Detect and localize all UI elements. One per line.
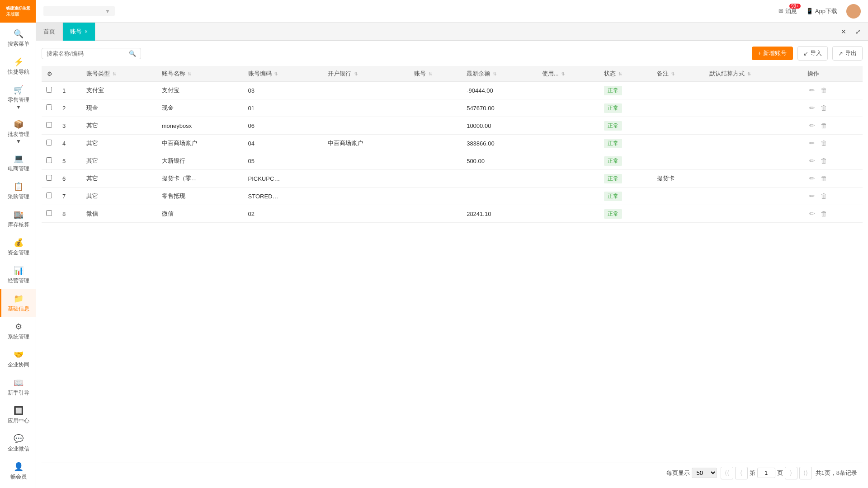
row-index: 8 (58, 205, 82, 223)
page-last-btn[interactable]: ⟩⟩ (799, 467, 812, 479)
edit-button[interactable]: ✏ (807, 174, 817, 183)
app-download-button[interactable]: 📱 App下载 (806, 7, 837, 15)
status-badge: 正常 (604, 156, 622, 166)
status-badge: 正常 (604, 86, 622, 95)
row-check[interactable] (46, 210, 52, 216)
row-checkbox[interactable] (42, 135, 58, 152)
delete-button[interactable]: 🗑 (819, 191, 829, 201)
edit-button[interactable]: ✏ (807, 191, 817, 201)
top-search-bar[interactable]: ▼ (43, 6, 115, 16)
app-logo: 畅捷通好生意 乐版版 (0, 0, 36, 23)
tab-close-action[interactable]: ✕ (837, 25, 850, 38)
top-header-right: ✉ 消息 99+ 📱 App下载 (778, 4, 861, 19)
page-next-btn[interactable]: ⟩ (785, 467, 797, 479)
col-status[interactable]: 状态 ⇅ (599, 66, 652, 82)
sidebar-item-quick-nav[interactable]: ⚡快捷导航 (0, 52, 36, 80)
sidebar-item-operation[interactable]: 📊经营管理 (0, 261, 36, 289)
pagination: 每页显示 50 100 200 ⟨⟨ ⟨ 第 页 ⟩ ⟩⟩ 共1页，8条记录 (42, 463, 863, 483)
sidebar-item-guide[interactable]: 📖新手引导 (0, 373, 36, 401)
message-button[interactable]: ✉ 消息 99+ (778, 7, 797, 15)
row-check[interactable] (46, 87, 52, 93)
row-checkbox[interactable] (42, 152, 58, 170)
sidebar-item-system[interactable]: ⚙系统管理 (0, 317, 36, 345)
tab-account-close[interactable]: × (85, 28, 88, 35)
row-note: 提货卡 (652, 170, 705, 188)
sidebar-item-app-center[interactable]: 🔲应用中心 (0, 401, 36, 429)
search-icon[interactable]: 🔍 (129, 50, 136, 57)
row-check[interactable] (46, 104, 52, 110)
col-type[interactable]: 账号类型 ⇅ (82, 66, 157, 82)
sidebar-item-wechat[interactable]: 💬企业微信 (0, 429, 36, 457)
edit-button[interactable]: ✏ (807, 121, 817, 131)
tab-account[interactable]: 账号 × (63, 23, 95, 41)
row-checkbox[interactable] (42, 99, 58, 117)
ecommerce-icon: 💻 (14, 154, 24, 164)
export-label: 导出 (845, 49, 857, 57)
delete-button[interactable]: 🗑 (819, 209, 829, 218)
col-account[interactable]: 账号 ⇅ (410, 66, 462, 82)
search-wrap[interactable]: 🔍 (42, 48, 141, 59)
row-check[interactable] (46, 140, 52, 145)
sidebar-item-retail[interactable]: 🛒零售管理▼ (0, 80, 36, 115)
col-settings[interactable]: ⚙ (42, 66, 58, 82)
col-note[interactable]: 备注 ⇅ (652, 66, 705, 82)
sidebar-item-agreement[interactable]: 🤝企业协同 (0, 345, 36, 373)
page-prev-btn[interactable]: ⟨ (735, 467, 748, 479)
sidebar-label-operation: 经营管理 (8, 277, 29, 285)
sidebar-item-purchase[interactable]: 📋采购管理 (0, 177, 36, 205)
sidebar-item-basic[interactable]: 📁基础信息 (0, 289, 36, 317)
tab-maximize-action[interactable]: ⤢ (852, 25, 864, 38)
edit-button[interactable]: ✏ (807, 138, 817, 148)
col-bank[interactable]: 开户银行 ⇅ (323, 66, 410, 82)
col-name[interactable]: 账号名称 ⇅ (157, 66, 244, 82)
col-usage[interactable]: 使用... ⇅ (538, 66, 599, 82)
user-avatar[interactable] (846, 4, 861, 19)
delete-button[interactable]: 🗑 (819, 103, 829, 113)
sidebar-item-inventory[interactable]: 🏬库存核算 (0, 205, 36, 233)
page-first-btn[interactable]: ⟨⟨ (721, 467, 733, 479)
delete-button[interactable]: 🗑 (819, 85, 829, 95)
row-checkbox[interactable] (42, 117, 58, 135)
delete-button[interactable]: 🗑 (819, 174, 829, 183)
edit-button[interactable]: ✏ (807, 103, 817, 113)
row-checkbox[interactable] (42, 170, 58, 188)
col-code[interactable]: 账号编码 ⇅ (244, 66, 324, 82)
row-check[interactable] (46, 157, 52, 163)
row-checkbox[interactable] (42, 82, 58, 99)
row-code: PICKUPC… (244, 170, 324, 188)
edit-button[interactable]: ✏ (807, 209, 817, 219)
edit-button[interactable]: ✏ (807, 85, 817, 95)
search-input[interactable] (47, 50, 126, 57)
row-note (652, 135, 705, 152)
row-note (652, 188, 705, 205)
top-search-input[interactable] (48, 8, 102, 14)
export-button[interactable]: ↗ 导出 (832, 46, 863, 61)
row-name: 提货卡（零… (157, 170, 244, 188)
row-checkbox[interactable] (42, 205, 58, 223)
tab-home[interactable]: 首页 (36, 23, 63, 41)
delete-button[interactable]: 🗑 (819, 138, 829, 148)
sidebar-item-ecommerce[interactable]: 💻电商管理 (0, 149, 36, 177)
top-search-chevron[interactable]: ▼ (105, 8, 110, 14)
col-settlement[interactable]: 默认结算方式 ⇅ (705, 66, 803, 82)
row-checkbox[interactable] (42, 188, 58, 205)
row-check[interactable] (46, 122, 52, 128)
delete-button[interactable]: 🗑 (819, 121, 829, 130)
sidebar-item-member[interactable]: 👤畅会员 (0, 457, 36, 485)
row-settlement (705, 82, 803, 99)
col-balance[interactable]: 最新余额 ⇅ (462, 66, 538, 82)
row-check[interactable] (46, 192, 52, 198)
row-status: 正常 (599, 170, 652, 188)
page-input[interactable] (757, 468, 775, 478)
sidebar-item-search[interactable]: 🔍搜索菜单 (0, 24, 36, 52)
add-account-button[interactable]: + 新增账号 (752, 47, 793, 60)
sidebar-item-wholesale[interactable]: 📦批发管理▼ (0, 115, 36, 149)
page-size-select[interactable]: 50 100 200 (692, 468, 717, 478)
edit-button[interactable]: ✏ (807, 156, 817, 166)
import-button[interactable]: ↙ 导入 (797, 46, 828, 61)
delete-button[interactable]: 🗑 (819, 156, 829, 165)
row-check[interactable] (46, 175, 52, 181)
row-name: 微信 (157, 205, 244, 223)
wholesale-icon: 📦 (14, 119, 24, 129)
sidebar-item-finance[interactable]: 💰资金管理 (0, 233, 36, 261)
